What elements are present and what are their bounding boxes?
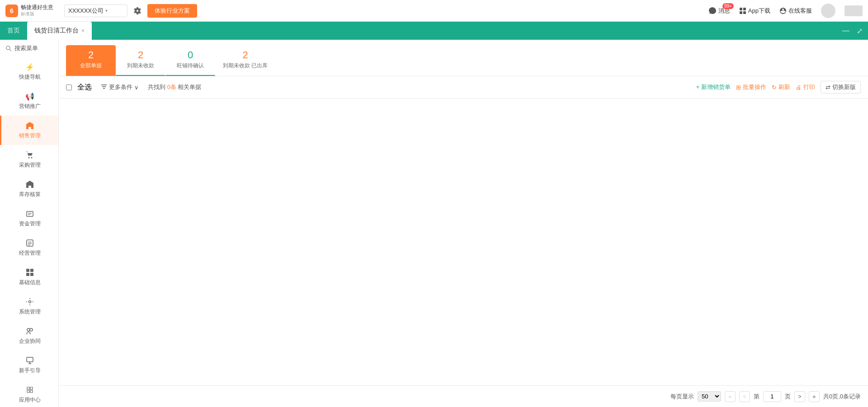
sidebar-item-system[interactable]: 系统管理 bbox=[0, 292, 58, 321]
online-service-label: 在线客服 bbox=[788, 7, 812, 15]
sidebar-item-inventory[interactable]: 库存核算 bbox=[0, 174, 58, 204]
svg-rect-3 bbox=[743, 11, 746, 14]
last-page-button[interactable]: » bbox=[809, 391, 820, 402]
company-name: XXXXXX公司 bbox=[68, 7, 104, 15]
nav-tab-actions: — ⤢ bbox=[840, 25, 868, 37]
sidebar-item-basic-info[interactable]: 基础信息 bbox=[0, 262, 58, 292]
search-menu-item[interactable]: 搜索菜单 bbox=[0, 40, 58, 57]
svg-rect-8 bbox=[27, 211, 33, 216]
sidebar-item-operations[interactable]: 经营管理 bbox=[0, 233, 58, 262]
sidebar-item-purchase[interactable]: 采购管理 bbox=[0, 145, 58, 174]
tab-cashflow-workbench[interactable]: 钱货日清工作台 × bbox=[27, 22, 92, 40]
sidebar-item-sales[interactable]: 销售管理 bbox=[0, 116, 58, 145]
tab-all-label: 全部单据 bbox=[74, 62, 108, 70]
first-page-button[interactable]: « bbox=[725, 391, 736, 402]
message-badge: 99+ bbox=[722, 3, 734, 9]
svg-rect-15 bbox=[26, 269, 29, 272]
svg-point-20 bbox=[27, 328, 30, 331]
page-word: 页 bbox=[785, 393, 791, 401]
tab-overdue-label: 到期未收款 bbox=[123, 62, 158, 70]
sidebar-item-quick-nav[interactable]: ⚡ 快捷导航 bbox=[0, 57, 58, 86]
page-number-input[interactable] bbox=[763, 391, 781, 402]
logo-line1: 畅捷通好生意 bbox=[21, 4, 53, 11]
sidebar-item-cooperation[interactable]: 企业协同 bbox=[0, 321, 58, 351]
app-download-button[interactable]: App下载 bbox=[739, 7, 770, 15]
switch-version-button[interactable]: ⇄ 切换新版 bbox=[821, 81, 861, 94]
batch-operation-button[interactable]: ⊞ 批量操作 bbox=[736, 83, 766, 91]
tab-close-icon[interactable]: × bbox=[81, 28, 85, 34]
svg-rect-18 bbox=[30, 273, 33, 276]
svg-point-6 bbox=[28, 157, 30, 159]
svg-rect-22 bbox=[27, 357, 33, 362]
batch-icon: ⊞ bbox=[736, 84, 741, 91]
search-menu-label: 搜索菜单 bbox=[14, 44, 38, 52]
trial-button[interactable]: 体验行业方案 bbox=[147, 4, 197, 18]
message-button[interactable]: 消息 99+ bbox=[708, 7, 730, 15]
tab-unshipped-count: 2 bbox=[223, 49, 268, 61]
chevron-down-icon: ▾ bbox=[105, 8, 108, 13]
per-page-label: 每页显示 bbox=[670, 393, 694, 401]
tab-overdue-unshipped[interactable]: 2 到期未收款 已出库 bbox=[215, 45, 275, 76]
filter-chevron-icon: ∨ bbox=[134, 84, 139, 91]
sales-icon bbox=[25, 121, 34, 130]
tab-wangpu-label: 旺铺待确认 bbox=[173, 62, 208, 70]
svg-rect-16 bbox=[30, 269, 33, 272]
found-prefix: 共找到 0条 相关单据 bbox=[148, 83, 201, 91]
filter-label: 更多条件 bbox=[109, 83, 132, 91]
summary-tabs: 2 全部单据 2 到期未收款 0 旺铺待确认 2 到期未收款 已出库 bbox=[59, 40, 868, 76]
svg-rect-17 bbox=[26, 273, 29, 276]
sidebar-item-guide[interactable]: 新手引导 bbox=[0, 351, 58, 380]
logo-line2: 标准版 bbox=[21, 11, 53, 17]
basic-info-icon bbox=[25, 268, 34, 277]
finance-icon bbox=[25, 209, 34, 218]
page-word-pre: 第 bbox=[754, 393, 760, 401]
select-all-checkbox[interactable] bbox=[66, 84, 72, 90]
svg-line-5 bbox=[10, 50, 12, 51]
operations-icon bbox=[25, 239, 34, 248]
minimize-icon[interactable]: — bbox=[840, 25, 851, 37]
next-page-button[interactable]: > bbox=[794, 391, 805, 402]
app-center-icon bbox=[25, 385, 34, 394]
tab-wangpu-count: 0 bbox=[173, 49, 208, 61]
main-layout: 搜索菜单 ⚡ 快捷导航 📢 营销推广 销售管理 采购管理 库存核算 bbox=[0, 40, 868, 407]
table-area bbox=[59, 98, 868, 385]
settings-button[interactable] bbox=[131, 5, 144, 17]
app-download-label: App下载 bbox=[748, 7, 770, 15]
pagination: 每页显示 50 100 200 « < 第 页 > » 共0页,0条记录 bbox=[59, 385, 868, 407]
online-service-button[interactable]: 在线客服 bbox=[779, 7, 812, 15]
quick-nav-icon: ⚡ bbox=[25, 62, 34, 71]
switch-icon: ⇄ bbox=[826, 84, 830, 91]
top-header: 6 畅捷通好生意 标准版 XXXXXX公司 ▾ 体验行业方案 消息 99+ Ap… bbox=[0, 0, 868, 22]
guide-icon bbox=[25, 356, 34, 365]
avatar[interactable] bbox=[821, 4, 835, 18]
add-order-button[interactable]: + 新增销货单 bbox=[696, 83, 731, 91]
refresh-button[interactable]: ↻ 刷新 bbox=[772, 83, 790, 91]
toolbar-left: 全选 更多条件 ∨ 共找到 0条 相关单据 bbox=[66, 81, 201, 93]
content-area: 2 全部单据 2 到期未收款 0 旺铺待确认 2 到期未收款 已出库 全选 bbox=[59, 40, 868, 407]
toolbar: 全选 更多条件 ∨ 共找到 0条 相关单据 + 新增销货单 ⊞ bbox=[59, 76, 868, 98]
tab-home[interactable]: 首页 bbox=[0, 22, 27, 40]
print-button[interactable]: 🖨 打印 bbox=[796, 83, 815, 91]
svg-rect-1 bbox=[743, 8, 746, 10]
logo-icon: 6 bbox=[5, 5, 18, 17]
svg-rect-11 bbox=[27, 240, 33, 246]
maximize-icon[interactable]: ⤢ bbox=[855, 25, 864, 37]
svg-point-4 bbox=[6, 46, 10, 50]
tab-all-count: 2 bbox=[74, 49, 108, 61]
marketing-icon: 📢 bbox=[25, 92, 34, 101]
sidebar-item-app-center[interactable]: 应用中心 bbox=[0, 380, 58, 407]
print-icon: 🖨 bbox=[796, 84, 802, 91]
company-selector[interactable]: XXXXXX公司 ▾ bbox=[64, 5, 127, 17]
svg-rect-2 bbox=[740, 11, 742, 14]
sidebar-item-finance[interactable]: 资金管理 bbox=[0, 204, 58, 233]
sidebar-item-marketing[interactable]: 📢 营销推广 bbox=[0, 86, 58, 116]
filter-button[interactable]: 更多条件 ∨ bbox=[97, 81, 142, 93]
select-all-label: 全选 bbox=[77, 83, 92, 92]
sidebar: 搜索菜单 ⚡ 快捷导航 📢 营销推广 销售管理 采购管理 库存核算 bbox=[0, 40, 59, 407]
cooperation-icon bbox=[25, 327, 34, 336]
tab-wangpu-pending[interactable]: 0 旺铺待确认 bbox=[165, 45, 215, 76]
tab-all-orders[interactable]: 2 全部单据 bbox=[66, 45, 116, 76]
per-page-select[interactable]: 50 100 200 bbox=[698, 391, 721, 402]
tab-overdue-uncollected[interactable]: 2 到期未收款 bbox=[116, 45, 165, 76]
prev-page-button[interactable]: < bbox=[739, 391, 750, 402]
